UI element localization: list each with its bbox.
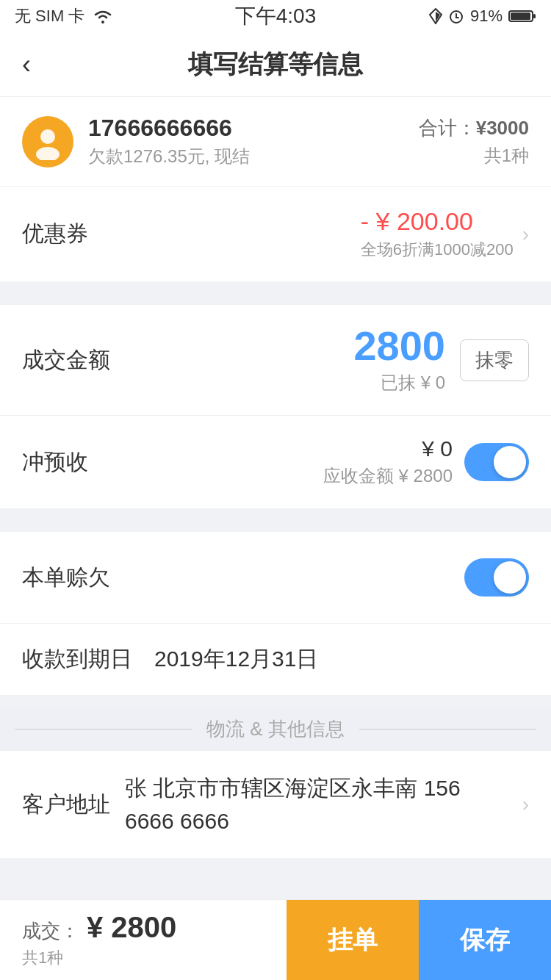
- svg-point-0: [101, 21, 104, 24]
- back-button[interactable]: ‹: [22, 49, 31, 80]
- section-divider-text: 物流 & 其他信息: [206, 716, 345, 742]
- battery-text: 91%: [470, 7, 503, 26]
- svg-point-6: [36, 147, 60, 160]
- amount-sub: 已抹 ¥ 0: [353, 371, 445, 394]
- coupon-right: - ¥ 200.00 全场6折满1000减200 ›: [361, 207, 529, 261]
- date-label: 收款到期日: [22, 644, 132, 674]
- customer-sub: 欠款1276.35元, 现结: [88, 145, 250, 168]
- divider-2: [0, 520, 551, 532]
- status-time: 下午4:03: [235, 2, 317, 30]
- address-chevron-icon: ›: [522, 793, 529, 816]
- amount-label: 成交金额: [22, 345, 110, 375]
- bottom-summary-value: ¥ 2800: [87, 911, 176, 944]
- bottom-summary-count: 共1种: [22, 947, 264, 969]
- amount-right: 2800 已抹 ¥ 0 抹零: [353, 325, 529, 394]
- location-icon: [429, 8, 442, 24]
- coupon-label: 优惠券: [22, 219, 88, 249]
- prepay-label: 冲预收: [22, 447, 88, 478]
- debt-row: 本单赊欠: [0, 532, 551, 623]
- divider-line-right: [359, 729, 536, 729]
- save-button[interactable]: 保存: [419, 900, 551, 981]
- sim-text: 无 SIM 卡: [15, 5, 84, 27]
- address-value: 张 北京市市辖区海淀区永丰南 156 6666 6666: [125, 771, 515, 837]
- coupon-discount: - ¥ 200.00: [361, 207, 514, 236]
- date-row: 收款到期日 2019年12月31日: [0, 623, 551, 695]
- status-right: 91%: [429, 7, 536, 26]
- avatar-icon: [29, 123, 66, 160]
- status-bar: 无 SIM 卡 下午4:03 91%: [0, 0, 551, 32]
- bottom-summary: 成交： ¥ 2800 共1种: [0, 911, 287, 969]
- round-button[interactable]: 抹零: [460, 339, 529, 381]
- prepay-right: ¥ 0 应收金额 ¥ 2800: [323, 436, 529, 488]
- total-label: 合计：¥3000: [419, 115, 529, 141]
- bottom-bar: 成交： ¥ 2800 共1种 挂单 保存: [0, 899, 551, 980]
- status-left: 无 SIM 卡: [15, 5, 114, 27]
- prepay-row: 冲预收 ¥ 0 应收金额 ¥ 2800: [0, 415, 551, 508]
- date-value: 2019年12月31日: [154, 644, 318, 674]
- coupon-desc: 全场6折满1000减200: [361, 239, 514, 261]
- customer-phone: 17666666666: [88, 115, 250, 142]
- divider-line-left: [15, 729, 192, 729]
- pending-button[interactable]: 挂单: [287, 900, 419, 981]
- debt-toggle-knob: [494, 561, 526, 594]
- coupon-row[interactable]: 优惠券 - ¥ 200.00 全场6折满1000减200 ›: [0, 186, 551, 281]
- page-title: 填写结算等信息: [188, 48, 363, 82]
- coupon-chevron-icon: ›: [522, 223, 529, 246]
- content: 17666666666 欠款1276.35元, 现结 合计：¥3000 共1种 …: [0, 97, 551, 980]
- battery-icon: [508, 9, 536, 24]
- amount-row: 成交金额 2800 已抹 ¥ 0 抹零: [0, 305, 551, 415]
- svg-point-5: [40, 129, 55, 144]
- prepay-value-block: ¥ 0 应收金额 ¥ 2800: [323, 436, 453, 488]
- prepay-toggle[interactable]: [464, 443, 529, 481]
- customer-right: 合计：¥3000 共1种: [419, 115, 529, 167]
- customer-row: 17666666666 欠款1276.35元, 现结 合计：¥3000 共1种: [0, 97, 551, 186]
- svg-rect-4: [533, 14, 536, 18]
- wifi-icon: [92, 8, 114, 24]
- customer-left: 17666666666 欠款1276.35元, 现结: [22, 115, 250, 168]
- debt-card: 本单赊欠 收款到期日 2019年12月31日: [0, 532, 551, 695]
- prepay-sub: 应收金额 ¥ 2800: [323, 464, 453, 488]
- prepay-amount: ¥ 0: [323, 436, 453, 461]
- nav-bar: ‹ 填写结算等信息: [0, 32, 551, 97]
- address-row[interactable]: 客户地址 张 北京市市辖区海淀区永丰南 156 6666 6666 ›: [0, 751, 551, 858]
- total-value: ¥3000: [476, 117, 529, 139]
- svg-rect-3: [511, 12, 530, 20]
- bottom-summary-top: 成交： ¥ 2800: [22, 911, 264, 944]
- avatar: [22, 116, 73, 167]
- total-count: 共1种: [419, 144, 529, 167]
- alarm-icon: [448, 8, 464, 24]
- bottom-summary-label: 成交：: [22, 918, 79, 944]
- address-label: 客户地址: [22, 790, 110, 820]
- divider-1: [0, 293, 551, 305]
- amount-card: 成交金额 2800 已抹 ¥ 0 抹零 冲预收 ¥ 0 应收金额 ¥ 2800: [0, 305, 551, 508]
- debt-label: 本单赊欠: [22, 563, 110, 593]
- customer-info: 17666666666 欠款1276.35元, 现结: [88, 115, 250, 168]
- toggle-knob: [494, 446, 526, 478]
- logistics-divider: 物流 & 其他信息: [0, 707, 551, 751]
- customer-card: 17666666666 欠款1276.35元, 现结 合计：¥3000 共1种 …: [0, 97, 551, 281]
- amount-value: 2800: [353, 325, 445, 367]
- debt-toggle[interactable]: [464, 558, 529, 597]
